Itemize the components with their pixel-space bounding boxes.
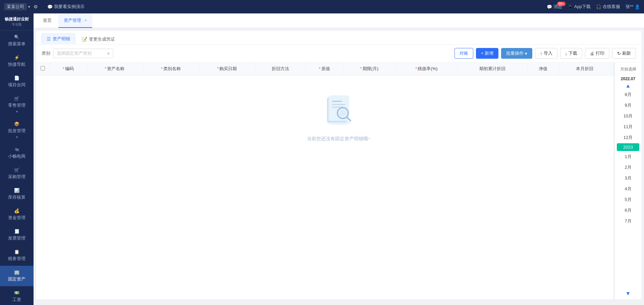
sub-tab-asset-detail[interactable]: ☰ 资产明细 [42, 34, 75, 44]
sub-tab-change-voucher[interactable]: 📝 变更生成凭证 [76, 34, 120, 44]
month-year-label: 2022.07 [621, 75, 635, 83]
th-net-value: 净值 [527, 62, 559, 75]
toolbar: 类别 选择固定资产类别 ▾ 对账 + 新增 批量操作 [36, 45, 641, 62]
user-profile[interactable]: 张** 👤 [626, 4, 640, 10]
content-area: 首页 资产管理 × ☰ 资产明细 📝 变更生成凭证 [34, 13, 644, 305]
header-right: 💬 消息 99+ 📱 App下载 🎧 在线客服 张** 👤 [547, 4, 640, 10]
month-item-12[interactable]: 12月 [615, 132, 641, 143]
filter-row: 类别 选择固定资产类别 ▾ [42, 49, 113, 58]
app-logo: 畅捷通好业财 专业版 [0, 13, 34, 31]
import-label: 导入 [544, 50, 552, 56]
month-item-8[interactable]: 8月 [615, 89, 641, 100]
empty-illustration [319, 89, 359, 129]
sidebar-item-search[interactable]: 🔍 搜索菜单 [0, 31, 34, 51]
settings-icon[interactable]: ⚙ [34, 4, 38, 9]
th-accumulated-depreciation: 期初累计折旧 [457, 62, 527, 75]
month-item-2[interactable]: 2月 [615, 162, 641, 173]
demo-link[interactable]: 💬 我要看实例演示 [47, 4, 85, 10]
th-checkbox [36, 62, 50, 75]
app-download-button[interactable]: 📱 App下载 [568, 4, 591, 10]
match-button[interactable]: 对账 [454, 48, 473, 59]
tax-icon: 📋 [14, 249, 19, 254]
online-service-button[interactable]: 🎧 在线客服 [596, 4, 620, 10]
invoice-icon: 🧾 [14, 229, 19, 234]
demo-link-text: 我要看实例演示 [54, 4, 85, 10]
tab-asset-mgmt[interactable]: 资产管理 × [58, 13, 92, 28]
purchase-icon: 🛒 [14, 167, 19, 172]
sidebar-item-finance[interactable]: 💰 资金管理 [0, 204, 34, 225]
sidebar-item-invoice[interactable]: 🧾 发票管理 [0, 225, 34, 245]
sidebar-item-quicknav[interactable]: ⚡ 快捷导航 [0, 51, 34, 71]
bottom-scroll[interactable] [36, 300, 641, 302]
top-header: 某某公司 ▾ ⚙ 💬 我要看实例演示 💬 消息 99+ 📱 App下载 🎧 在线… [0, 0, 644, 13]
refresh-button[interactable]: ↻ 刷新 [612, 48, 636, 59]
batch-button[interactable]: 批量操作 ▾ [501, 48, 532, 59]
month-panel-title: 月份选择 [615, 65, 641, 74]
online-service-label: 在线客服 [603, 4, 620, 10]
sidebar-item-wholesale[interactable]: 📦 批发管理 [0, 117, 34, 143]
print-icon: 🖨 [590, 51, 594, 56]
sidebar-item-ecommerce[interactable]: 🛍 小畅电商 [0, 143, 34, 163]
month-item-4[interactable]: 4月 [615, 184, 641, 194]
sidebar-item-tax[interactable]: 📋 税务管理 [0, 245, 34, 266]
table-wrapper: *编码 *资产名称 *类别名称 *购买日期 [36, 62, 641, 300]
month-nav-down-button[interactable]: ▼ [625, 290, 632, 297]
batch-label: 批量操作 [506, 50, 524, 56]
month-item-10[interactable]: 10月 [615, 111, 641, 121]
month-year-2023[interactable]: 2023 [617, 143, 639, 151]
category-placeholder: 选择固定资产类别 [57, 50, 92, 56]
sidebar-item-retail[interactable]: 🛒 零售管理 [0, 92, 34, 117]
category-select[interactable]: 选择固定资产类别 ▾ [53, 49, 113, 58]
select-all-checkbox[interactable] [41, 66, 45, 70]
month-item-1[interactable]: 1月 [615, 151, 641, 162]
month-item-11[interactable]: 11月 [615, 121, 641, 132]
ecommerce-icon: 🛍 [15, 147, 19, 152]
page-content: ☰ 资产明细 📝 变更生成凭证 类别 选择固定资产类别 ▾ [36, 31, 641, 302]
sub-tab-asset-detail-label: 资产明细 [53, 36, 70, 42]
app-icon: 📱 [568, 4, 573, 9]
sidebar-item-salary[interactable]: 💵 工资 [0, 286, 34, 305]
svg-rect-4 [332, 101, 342, 102]
company-dropdown-arrow[interactable]: ▾ [28, 5, 30, 9]
add-label: + 新增 [481, 50, 493, 56]
import-icon: ↑ [540, 51, 542, 56]
download-button[interactable]: ↓ 下载 [560, 48, 583, 59]
table-container: *编码 *资产名称 *类别名称 *购买日期 [36, 62, 641, 300]
th-purchase-date: *购买日期 [199, 62, 255, 75]
tab-home[interactable]: 首页 [38, 13, 57, 28]
import-button[interactable]: ↑ 导入 [535, 48, 557, 59]
month-item-5[interactable]: 5月 [615, 194, 641, 205]
sidebar-label-retail: 零售管理 [8, 102, 25, 108]
sidebar-label-salary: 工资 [12, 297, 21, 303]
sidebar-label-search: 搜索菜单 [8, 41, 25, 47]
sidebar-item-inventory[interactable]: 📊 库存核算 [0, 184, 34, 204]
sidebar-item-fixed-assets[interactable]: 🏢 固定资产 [0, 266, 34, 286]
sidebar-label-quicknav: 快捷导航 [8, 61, 25, 67]
th-current-depreciation: 本月折旧 [559, 62, 610, 75]
sidebar-label-wholesale: 批发管理 [8, 128, 25, 134]
add-button[interactable]: + 新增 [476, 48, 498, 59]
sidebar-label-ecommerce: 小畅电商 [8, 153, 25, 159]
print-button[interactable]: 🖨 打印 [585, 48, 609, 59]
th-code: *编码 [50, 62, 87, 75]
wholesale-icon: 📦 [14, 121, 19, 126]
sidebar-item-project[interactable]: 📄 项目合同 [0, 71, 34, 92]
home-tab-label: 首页 [43, 17, 52, 23]
message-button[interactable]: 💬 消息 99+ [547, 4, 562, 10]
month-nav-up-button[interactable]: ▲ [625, 83, 632, 89]
company-name[interactable]: 某某公司 [4, 3, 27, 10]
sidebar-label-tax: 税务管理 [8, 256, 25, 262]
sub-tab-bar: ☰ 资产明细 📝 变更生成凭证 [36, 31, 641, 45]
app-download-label: App下载 [574, 4, 591, 10]
sidebar-item-purchase[interactable]: 🛒 采购管理 [0, 163, 34, 184]
month-item-7[interactable]: 7月 [615, 216, 641, 226]
month-item-6[interactable]: 6月 [615, 205, 641, 216]
month-item-3[interactable]: 3月 [615, 173, 641, 184]
demo-icon: 💬 [47, 4, 53, 9]
print-label: 打印 [596, 50, 604, 56]
toolbar-left: 类别 选择固定资产类别 ▾ [42, 49, 113, 58]
message-badge: 99+ [557, 2, 566, 6]
user-avatar: 👤 [635, 4, 640, 9]
month-item-9[interactable]: 9月 [615, 100, 641, 111]
tab-close-icon[interactable]: × [85, 18, 87, 23]
